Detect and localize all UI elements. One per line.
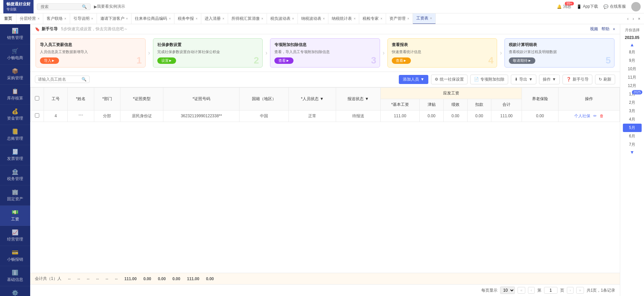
tab-close-icon-6[interactable]: × <box>196 17 198 20</box>
sidebar-item-assets[interactable]: 🏢 固定资产 <box>0 185 30 206</box>
demo-link[interactable]: ▶ 我要看实例演示 <box>94 4 125 9</box>
sidebar-item-payroll[interactable]: 💵 工资 <box>0 206 30 226</box>
sidebar-item-system[interactable]: ⚙️ 系统管理 <box>0 286 30 296</box>
operation-button[interactable]: 操作 ▼ <box>539 75 560 84</box>
add-person-button[interactable]: 添加人员 ▼ <box>399 75 428 84</box>
help-link[interactable]: 帮助 <box>601 26 609 32</box>
month-6[interactable]: 6月 <box>623 132 642 140</box>
tab-nashui[interactable]: 纳税波动表 × <box>298 13 329 24</box>
sidebar-item-sales[interactable]: 📊 销售管理 <box>0 24 30 44</box>
tab-nashuitongji[interactable]: 纳税统计表 × <box>328 13 359 24</box>
step-4-btn[interactable]: 查看► <box>392 57 411 64</box>
video-link[interactable]: 视频 <box>590 26 598 32</box>
select-all-checkbox[interactable] <box>35 96 39 100</box>
employee-search-input[interactable] <box>38 77 82 82</box>
avatar[interactable] <box>631 2 641 11</box>
sidebar-item-ledger[interactable]: 📒 总账管理 <box>0 125 30 145</box>
month-3[interactable]: 3月 <box>623 107 642 115</box>
month-7[interactable]: 7月 <box>623 140 642 149</box>
tab-shuifu[interactable]: 税负波动表 × <box>267 13 298 24</box>
export-dropdown-icon[interactable]: ▼ <box>529 77 533 82</box>
month-4[interactable]: 4月 <box>623 115 642 124</box>
sidebar-item-expense[interactable]: 💳 小畅报销 <box>0 246 30 266</box>
tab-shuijian[interactable]: 税检专家 × <box>359 13 386 24</box>
tab-close-icon-12[interactable]: × <box>380 17 382 20</box>
step-1-btn[interactable]: 导入► <box>40 57 59 64</box>
sidebar-item-finance[interactable]: 💰 资金管理 <box>0 105 30 125</box>
step-5-btn[interactable]: 敬请期待► <box>509 57 535 64</box>
tab-close-icon-11[interactable]: × <box>354 17 356 20</box>
refresh-button[interactable]: ↻ 刷新 <box>595 75 615 84</box>
month-down-nav[interactable]: ▼ <box>629 149 635 156</box>
month-10[interactable]: 10月 <box>623 65 642 73</box>
tab-suodeshui[interactable]: 所得税汇算清缴 × <box>228 13 267 24</box>
month-up-nav[interactable]: ▲ <box>629 41 635 48</box>
tab-close-icon-4[interactable]: × <box>126 17 128 20</box>
tab-close-icon-14[interactable]: × <box>430 16 432 20</box>
tab-close-icon-3[interactable]: × <box>91 17 93 20</box>
month-11[interactable]: 11月 <box>623 73 642 82</box>
month-8[interactable]: 8月 <box>623 48 642 56</box>
tab-gongzi[interactable]: 工资表 × <box>413 13 436 24</box>
tab-close-icon-2[interactable]: × <box>64 17 66 20</box>
message-button[interactable]: 🔔 消息 99+ <box>557 4 571 9</box>
action-personal-insurance[interactable]: 个人社保 <box>574 114 590 118</box>
month-2[interactable]: 2月 <box>623 98 642 107</box>
step-3-btn[interactable]: 查看► <box>274 57 293 64</box>
sidebar-item-purchase[interactable]: 📦 采购管理 <box>0 65 30 85</box>
tab-close-icon-8[interactable]: × <box>261 17 263 20</box>
unified-setting-button[interactable]: ⚙ 统一社保设置 <box>431 75 468 84</box>
toolbar-search-box[interactable]: 🔍 <box>35 76 90 83</box>
guide-close-icon[interactable]: × <box>613 27 615 32</box>
action-edit[interactable]: ✏ <box>593 114 597 118</box>
tab-kehu[interactable]: 客户联络 × <box>43 13 70 24</box>
tab-zichan[interactable]: 资产管理 × <box>386 13 413 24</box>
page-number-input[interactable] <box>544 287 557 294</box>
online-service-button[interactable]: 💬 在线客服 <box>603 4 626 9</box>
tab-close-icon-5[interactable]: × <box>169 17 171 20</box>
tab-yaoqing[interactable]: 邀请下游客户 × <box>97 13 132 24</box>
operation-dropdown-icon[interactable]: ▼ <box>552 77 556 82</box>
tab-yindao[interactable]: 引导说明 × <box>70 13 97 24</box>
topbar-search-box[interactable]: 🔍 <box>37 3 91 10</box>
tab-next-arrow[interactable]: › <box>631 16 636 22</box>
next-page-btn[interactable]: › <box>567 287 574 294</box>
sidebar-item-ecommerce[interactable]: 🛒 小畅电商 <box>0 44 30 65</box>
export-button[interactable]: ⬇ 导出 ▼ <box>511 75 536 84</box>
first-page-btn[interactable]: « <box>518 287 525 294</box>
sidebar-item-invoice[interactable]: 🧾 发票管理 <box>0 145 30 165</box>
tab-prev-arrow[interactable]: ‹ <box>626 16 630 22</box>
tab-close-icon-13[interactable]: × <box>407 17 409 20</box>
per-page-select[interactable]: 10 20 50 <box>500 287 515 294</box>
month-9[interactable]: 9月 <box>623 56 642 65</box>
tab-close-icon-9[interactable]: × <box>292 17 294 20</box>
year-badge: 2025 <box>632 90 642 94</box>
month-panel-title: 月份选择 <box>625 26 640 34</box>
topbar-search-input[interactable] <box>41 4 82 9</box>
month-5[interactable]: 5月 <box>623 124 642 132</box>
month-12[interactable]: 12月 <box>623 82 642 90</box>
prev-page-btn[interactable]: ‹ <box>528 287 535 294</box>
tab-shuiwu[interactable]: 税务申报 × <box>174 13 201 24</box>
sidebar-item-operations[interactable]: 📈 经营管理 <box>0 226 30 246</box>
add-person-dropdown-icon[interactable]: ▼ <box>420 77 424 82</box>
tab-wanglai[interactable]: 往来单位商品编码 × <box>131 13 174 24</box>
tab-fenceng[interactable]: 分层经营 × <box>16 13 43 24</box>
tab-close-icon-10[interactable]: × <box>323 17 325 20</box>
action-delete[interactable]: 🗑 <box>600 114 604 118</box>
sidebar-item-basic[interactable]: ℹ️ 基础信息 <box>0 266 30 286</box>
sidebar-item-inventory[interactable]: 📋 库存核算 <box>0 85 30 105</box>
tab-close-icon-7[interactable]: × <box>222 17 224 20</box>
step-2-btn[interactable]: 设置► <box>157 57 176 64</box>
tab-qingce[interactable]: 进入清册 × <box>201 13 228 24</box>
tab-close-icon[interactable]: × <box>38 17 40 20</box>
month-1[interactable]: 1月2025 <box>623 90 642 98</box>
last-page-btn[interactable]: » <box>576 287 584 294</box>
special-deduction-button[interactable]: 📄 专项附加扣除 <box>470 75 508 84</box>
app-download-button[interactable]: 📱 App下载 <box>577 4 598 9</box>
guide-button[interactable]: ❓ 新手引导 <box>562 75 592 84</box>
tab-close-all[interactable]: × <box>636 16 642 22</box>
row-checkbox[interactable] <box>35 113 39 118</box>
sidebar-item-tax[interactable]: 🏦 税务管理 <box>0 165 30 185</box>
tab-home[interactable]: 首页 <box>0 13 16 24</box>
